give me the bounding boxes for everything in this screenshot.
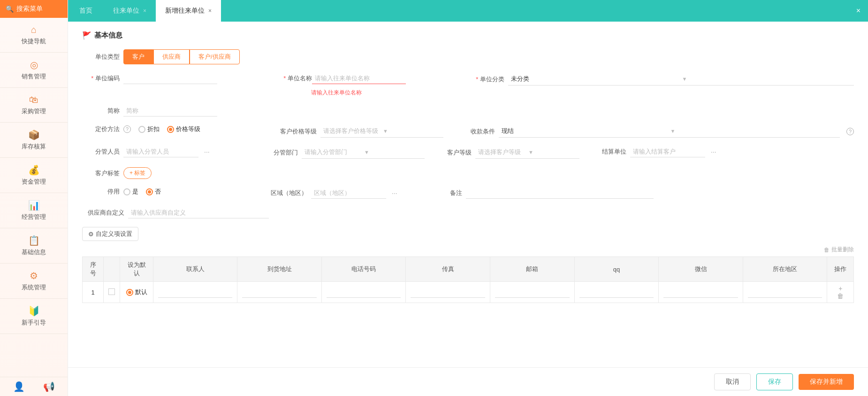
region-more-btn[interactable]: ··· [390,189,399,197]
pricing-radio-level-label: 价格等级 [176,125,200,133]
disabled-field: 停用 是 否 [82,187,251,196]
remark-field: 备注 [439,187,854,199]
remark-input[interactable] [466,187,654,199]
unit-code-field: 单位编码 000009 [82,73,260,84]
window-close-button[interactable]: × [849,7,868,15]
section-title-text: 基本信息 [94,31,122,40]
cell-email[interactable] [490,282,575,303]
basics-icon: 📋 [28,235,40,246]
sidebar-item-operations[interactable]: 📊 经营管理 [0,193,68,228]
tab-new-partner[interactable]: 新增往来单位 × [156,0,221,22]
pricing-method-label: 定价方法 [82,125,120,133]
guide-icon: 🔰 [28,305,40,317]
disabled-no-label: 否 [155,187,161,196]
customer-level-select[interactable]: 请选择客户等级 ▼ [475,146,579,159]
payment-terms-select[interactable]: 现结 ▼ [499,125,840,138]
sidebar-item-basics[interactable]: 📋 基础信息 [0,228,68,264]
sidebar-item-system[interactable]: ⚙ 系统管理 [0,264,68,299]
custom-settings-label: 自定义项设置 [96,230,132,238]
quick-nav-icon: ⌂ [31,24,37,35]
payment-terms-help-icon[interactable]: ? [846,128,854,135]
user-icon[interactable]: 👤 [13,381,25,392]
custom-settings-button[interactable]: ⚙ 自定义项设置 [82,227,138,241]
department-field: 分管部门 请输入分管部门 ▼ [265,146,425,159]
supplier-custom-input[interactable] [128,207,269,218]
region-field: 区域（地区） ··· [265,187,425,199]
cell-contact[interactable] [153,282,237,303]
disabled-radio-yes[interactable]: 是 [123,187,138,196]
sidebar-item-inventory[interactable]: 📦 库存核算 [0,123,68,158]
settings-gear-icon: ⚙ [88,231,94,238]
cell-region[interactable] [743,282,827,303]
sidebar-item-finance[interactable]: 💰 资金管理 [0,158,68,193]
cell-address[interactable] [237,282,322,303]
cell-index: 1 [83,282,104,303]
settlement-unit-input[interactable] [630,146,705,157]
tab-new-partner-close[interactable]: × [208,8,212,14]
customer-price-level-label: 客户价格等级 [274,127,317,136]
save-button[interactable]: 保存 [756,373,793,390]
remark-label: 备注 [439,189,462,197]
row-delete-button[interactable]: 🗑 [836,292,845,300]
cell-phone[interactable] [321,282,406,303]
contact-table: 序号 设为默认 联系人 到货地址 电话号码 传真 邮箱 qq 微信 所在地区 操… [82,256,854,303]
short-name-field: 简称 [82,105,260,116]
department-select[interactable]: 请输入分管部门 ▼ [302,146,425,159]
sidebar-item-guide[interactable]: 🔰 新手引导 [0,299,68,334]
save-new-button[interactable]: 保存并新增 [799,374,854,390]
pricing-help-icon[interactable]: ? [123,125,131,133]
disabled-radio-no-circle [146,188,153,195]
cancel-button[interactable]: 取消 [714,373,751,390]
search-icon: 🔍 [6,5,14,13]
row-add-button[interactable]: + [837,285,844,292]
batch-delete-button[interactable]: 🗑 批量删除 [824,246,854,254]
type-btn-supplier[interactable]: 供应商 [153,49,190,64]
sidebar-item-label: 快捷导航 [22,37,46,46]
tab-partners[interactable]: 往来单位 × [104,0,156,22]
manager-more-btn[interactable]: ··· [202,148,212,155]
settlement-unit-more-btn[interactable]: ··· [709,148,718,155]
unit-code-input[interactable]: 000009 [123,73,217,84]
section-basic-info: 🚩 基本信息 [82,31,854,40]
col-qq: qq [574,257,659,282]
col-fax: 传真 [406,257,490,282]
unit-category-label: 单位分类 [467,75,504,84]
cell-fax[interactable] [406,282,490,303]
cell-wechat[interactable] [659,282,743,303]
manager-input[interactable] [123,146,198,157]
sidebar-item-sales[interactable]: ◎ 销售管理 [0,53,68,88]
unit-category-select[interactable]: 未分类 ▼ [508,73,854,85]
short-name-input[interactable] [123,105,217,116]
disabled-radio-no[interactable]: 否 [146,187,161,196]
sales-icon: ◎ [30,59,38,70]
sidebar-item-quick-nav[interactable]: ⌂ 快捷导航 [0,18,68,53]
sidebar-item-label: 经营管理 [22,213,46,221]
col-region: 所在地区 [743,257,827,282]
type-btn-both[interactable]: 客户/供应商 [190,49,240,64]
add-tag-button[interactable]: + 标签 [123,167,152,179]
pricing-radio-discount-circle [138,126,145,133]
region-input[interactable] [311,187,386,199]
cell-checkbox[interactable] [104,282,120,303]
cell-default-radio[interactable]: 默认 [125,288,148,296]
payment-terms-value: 现结 [502,127,669,135]
main-area: 首页 往来单位 × 新增往来单位 × × 🚩 基本信息 单位类型 客户 供应商 … [68,0,868,396]
batch-delete-label: 批量删除 [831,246,854,254]
unit-type-buttons: 客户 供应商 客户/供应商 [123,49,240,64]
search-menu-button[interactable]: 🔍 搜索菜单 [0,0,68,18]
tab-partners-close[interactable]: × [143,8,146,14]
unit-name-input[interactable] [312,73,406,84]
customer-price-level-select[interactable]: 请选择客户价格等级 ▼ [320,125,443,138]
disabled-label: 停用 [82,187,120,196]
pricing-radio-discount[interactable]: 折扣 [138,125,160,133]
customer-tag-row: 客户标签 + 标签 [82,167,854,179]
tab-home[interactable]: 首页 [68,0,104,22]
pricing-radio-level[interactable]: 价格等级 [167,125,200,133]
cell-default: 默认 [120,282,153,303]
sidebar-item-purchase[interactable]: 🛍 采购管理 [0,88,68,123]
notification-icon[interactable]: 📢 [43,381,55,392]
customer-tag-field: 客户标签 + 标签 [82,167,854,179]
cell-qq[interactable] [574,282,659,303]
department-label: 分管部门 [265,148,298,157]
type-btn-customer[interactable]: 客户 [123,49,153,64]
